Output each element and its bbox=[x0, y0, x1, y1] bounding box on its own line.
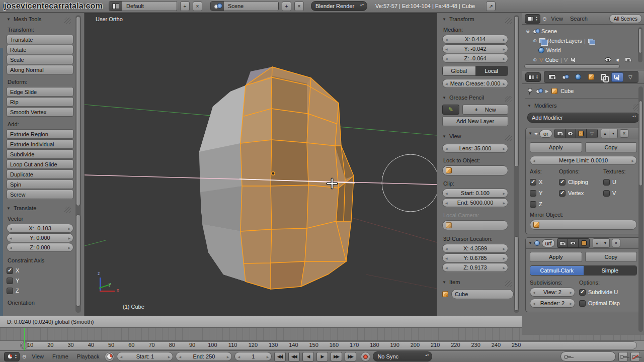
panel-translate[interactable]: ▼ Translate bbox=[7, 205, 73, 211]
subdivide-u-checkbox[interactable]: Subdivide U bbox=[579, 288, 637, 297]
checkbox[interactable] bbox=[559, 190, 566, 197]
mirror-object-field[interactable] bbox=[530, 220, 637, 230]
apply-button[interactable]: Apply bbox=[530, 252, 582, 262]
visibility-eye-icon[interactable] bbox=[605, 57, 611, 62]
panel-grease-pencil[interactable]: ▼ Grease Pencil bbox=[442, 95, 514, 101]
tab-data[interactable]: ▽ bbox=[624, 72, 636, 82]
jump-to-end-button[interactable]: |▶▶ bbox=[345, 352, 356, 361]
collapse-triangle-icon[interactable]: ▼ bbox=[528, 131, 532, 136]
mirror-checkbox[interactable]: Vertex bbox=[559, 188, 603, 199]
constraint-axis-checkbox[interactable]: X bbox=[7, 265, 73, 276]
tool-button[interactable]: Edge Slide bbox=[7, 87, 73, 97]
panel-resize-grip[interactable] bbox=[64, 18, 71, 24]
local-toggle[interactable]: Local bbox=[475, 66, 508, 75]
move-down-button[interactable]: ▼ bbox=[609, 129, 617, 138]
delete-modifier-button[interactable]: × bbox=[620, 129, 628, 138]
collapse-triangle-icon[interactable]: ▼ bbox=[442, 96, 446, 100]
lock-object-field[interactable] bbox=[442, 165, 508, 175]
modifier-name-field[interactable]: or bbox=[539, 130, 552, 138]
apply-button[interactable]: Apply bbox=[530, 142, 582, 152]
add-new-layer-button[interactable]: Add New Layer bbox=[442, 116, 508, 126]
panel-resize-grip[interactable] bbox=[505, 281, 512, 287]
panel-resize-grip[interactable] bbox=[505, 135, 512, 141]
local-camera-field[interactable] bbox=[442, 220, 508, 230]
expand-icon[interactable]: ⊕ bbox=[532, 57, 537, 62]
checkbox[interactable] bbox=[530, 179, 536, 186]
scene-value[interactable]: Scene bbox=[224, 2, 278, 11]
collapse-triangle-icon[interactable]: ▼ bbox=[527, 104, 531, 108]
mirror-modifier-header[interactable]: ▼ ◂▸ or ▽ ▲ ▼ × bbox=[526, 128, 641, 139]
copy-button[interactable]: Copy bbox=[585, 142, 637, 152]
jump-to-start-button[interactable]: ◀◀| bbox=[274, 352, 286, 361]
modifier-name-field[interactable]: urf bbox=[542, 239, 555, 247]
tool-button[interactable]: Rotate bbox=[7, 45, 73, 54]
current-frame-marker[interactable] bbox=[24, 328, 25, 350]
collapse-triangle-icon[interactable]: ▼ bbox=[7, 206, 11, 211]
insert-keyframe-button[interactable] bbox=[618, 352, 628, 361]
frame-end-field[interactable]: End: 250 bbox=[176, 352, 232, 361]
panel-resize-grip[interactable] bbox=[505, 96, 512, 103]
editmode-toggle[interactable] bbox=[579, 239, 589, 247]
render-subdivisions-field[interactable]: Render: 2 bbox=[530, 299, 575, 308]
tool-button[interactable]: Screw bbox=[7, 190, 73, 199]
add-modifier-dropdown[interactable]: Add Modifier bbox=[527, 113, 639, 123]
collapse-triangle-icon[interactable]: ▼ bbox=[442, 134, 446, 139]
collapse-triangle-icon[interactable]: ▼ bbox=[442, 280, 446, 285]
checkbox[interactable] bbox=[7, 267, 13, 274]
outliner-row-scene[interactable]: ⊖ Scene bbox=[525, 26, 644, 36]
panel-modifiers[interactable]: ▼ Modifiers bbox=[527, 103, 644, 109]
mirror-checkbox[interactable]: V bbox=[603, 188, 637, 199]
lens-field[interactable]: Lens: 35.000 bbox=[442, 144, 508, 153]
tool-button[interactable]: Duplicate bbox=[7, 169, 73, 179]
close-scene-button[interactable]: × bbox=[294, 2, 304, 11]
cursor-field[interactable]: Z: 0.9173 bbox=[442, 263, 508, 272]
catmull-clark-toggle[interactable]: Catmull-Clark bbox=[530, 266, 584, 275]
outliner-row-cube[interactable]: ⊕ ▽ Cube | ▽ ► bbox=[525, 55, 644, 64]
current-frame-field[interactable]: 1 bbox=[234, 352, 272, 361]
screen-layout-value[interactable]: Default bbox=[122, 2, 177, 11]
copy-button[interactable]: Copy bbox=[585, 252, 637, 262]
screen-layout-selector[interactable]: Default bbox=[109, 1, 177, 11]
object-name-field[interactable]: Cube bbox=[451, 289, 514, 299]
cage-toggle[interactable]: ▽ bbox=[587, 129, 597, 138]
mirror-checkbox[interactable]: Z bbox=[530, 199, 559, 210]
simple-toggle[interactable]: Simple bbox=[584, 266, 637, 275]
add-scene-button[interactable]: + bbox=[282, 2, 291, 11]
mirror-checkbox[interactable]: X bbox=[530, 176, 559, 188]
scrollbar-thumb[interactable] bbox=[514, 16, 519, 167]
pin-toggle-icon[interactable]: ⊖ bbox=[22, 354, 26, 359]
subsurf-modifier-header[interactable]: ▼ urf ▲ ▼ × bbox=[526, 238, 641, 249]
panel-view[interactable]: ▼ View bbox=[442, 133, 514, 139]
tab-object[interactable] bbox=[585, 72, 597, 82]
render-toggle[interactable] bbox=[557, 239, 568, 247]
timeline-playback-menu[interactable]: Playback bbox=[77, 353, 100, 359]
close-layout-button[interactable]: × bbox=[193, 2, 202, 11]
clip-end-field[interactable]: End: 5000.000 bbox=[442, 198, 508, 207]
checkbox[interactable] bbox=[579, 300, 586, 307]
next-keyframe-button[interactable]: ▶▶ bbox=[331, 352, 342, 361]
outliner-scrollbar[interactable] bbox=[638, 27, 642, 62]
panel-resize-grip[interactable] bbox=[64, 207, 71, 213]
scrollbar-thumb[interactable] bbox=[76, 214, 80, 307]
median-field[interactable]: X: 0.414 bbox=[442, 35, 508, 44]
vector-field[interactable]: Z: 0.000 bbox=[7, 243, 73, 252]
tool-button[interactable]: Subdivide bbox=[7, 149, 73, 159]
viewport-3d[interactable]: User Ortho (1) Cube z y x bbox=[85, 13, 437, 316]
grease-pencil-new-button[interactable]: +New bbox=[462, 105, 508, 115]
tool-button[interactable]: Along Normal bbox=[7, 65, 73, 74]
median-field[interactable]: Y: -0.042 bbox=[442, 44, 508, 53]
pin-toggle-icon[interactable]: ⊖ bbox=[542, 16, 546, 22]
checkbox[interactable] bbox=[579, 289, 586, 296]
mirror-checkbox[interactable]: U bbox=[603, 176, 637, 188]
tab-scene[interactable] bbox=[559, 72, 571, 82]
outliner-filter-select[interactable]: All Scenes bbox=[609, 14, 642, 23]
pin-icon[interactable] bbox=[527, 87, 532, 95]
move-up-button[interactable]: ▲ bbox=[601, 129, 609, 138]
delete-modifier-button[interactable]: × bbox=[612, 239, 620, 247]
move-up-button[interactable]: ▲ bbox=[593, 239, 601, 247]
tool-button[interactable]: Scale bbox=[7, 55, 73, 64]
tab-constraints[interactable] bbox=[598, 72, 610, 82]
cursor-field[interactable]: Y: 0.6785 bbox=[442, 253, 508, 262]
collapse-triangle-icon[interactable]: ▼ bbox=[442, 17, 446, 22]
outliner-view-menu[interactable]: View bbox=[551, 16, 563, 22]
